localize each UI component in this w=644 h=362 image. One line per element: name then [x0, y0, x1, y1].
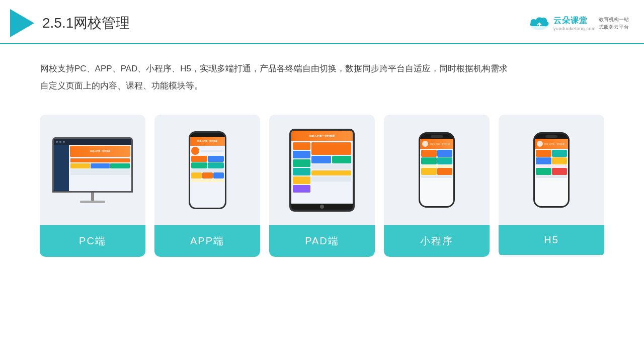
pc-device-mockup: 职途人的第一堂均接课 — [52, 137, 133, 203]
card-h5: 职途人的第一堂均接课 — [499, 115, 604, 257]
card-miniprogram-image: 职途人的第一堂均接课 — [384, 115, 490, 225]
card-h5-image: 职途人的第一堂均接课 — [499, 115, 604, 225]
card-pc-image: 职途人的第一堂均接课 — [40, 115, 145, 225]
card-h5-label: H5 — [499, 225, 604, 255]
card-pad-image: 职途人的第一堂均接课 — [269, 115, 375, 225]
card-miniprogram: 职途人的第一堂均接课 — [384, 115, 490, 257]
description-text: 网校支持PC、APP、PAD、小程序、H5，实现多端打通，产品各终端自由切换，数… — [0, 44, 553, 105]
cloud-tagline: 教育机构一站 式服务云平台 — [599, 16, 629, 31]
play-icon — [10, 9, 34, 37]
miniprogram-device-mockup: 职途人的第一堂均接课 — [419, 132, 455, 208]
card-app-label: APP端 — [154, 225, 260, 257]
pc-screen: 职途人的第一堂均接课 — [52, 137, 133, 193]
cloud-text: 云朵课堂 yunduoketang.com — [553, 16, 596, 31]
card-app-image: 职途人的第一堂均接课 — [154, 115, 260, 225]
device-cards: 职途人的第一堂均接课 — [0, 105, 644, 257]
header: 2.5.1网校管理 云朵课堂 yunduoketang.com 教育机构一站 式… — [0, 0, 644, 44]
card-pc-label: PC端 — [40, 225, 145, 257]
brand-logo: 云朵课堂 yunduoketang.com 教育机构一站 式服务云平台 — [528, 15, 629, 31]
app-device-mockup: 职途人的第一堂均接课 — [189, 131, 226, 209]
card-pad: 职途人的第一堂均接课 — [269, 115, 375, 257]
card-app: 职途人的第一堂均接课 — [154, 115, 260, 257]
card-pc: 职途人的第一堂均接课 — [40, 115, 145, 257]
card-pad-label: PAD端 — [269, 225, 375, 257]
pad-device-mockup: 职途人的第一堂均接课 — [289, 129, 355, 212]
cloud-logo: 云朵课堂 yunduoketang.com 教育机构一站 式服务云平台 — [528, 15, 629, 31]
cloud-svg-icon — [528, 15, 550, 31]
card-miniprogram-label: 小程序 — [384, 225, 490, 257]
page-title: 2.5.1网校管理 — [42, 14, 130, 33]
header-left: 2.5.1网校管理 — [10, 9, 130, 37]
h5-device-mockup: 职途人的第一堂均接课 — [533, 132, 570, 208]
